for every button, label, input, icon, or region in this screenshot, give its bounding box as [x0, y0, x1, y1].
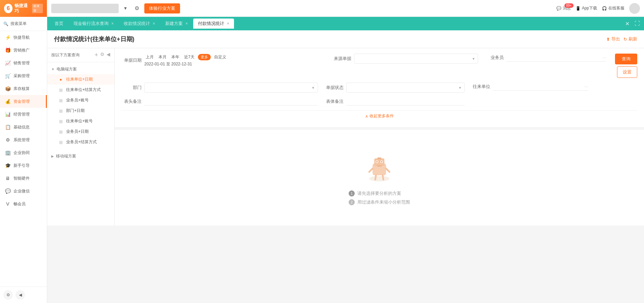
scheme-item-salesman-date[interactable]: ▦ 业务员+日期 [47, 126, 114, 137]
svg-point-0 [369, 176, 389, 181]
tip-text-1: 请先选择要分析的方案 [357, 190, 401, 196]
logo-text-area: 畅捷通巧 [14, 3, 30, 13]
sidebar-item-label: 基础信息 [13, 124, 30, 130]
unit-dots-icon[interactable]: ··· [584, 84, 588, 89]
salesman-date-icon: ▦ [58, 129, 63, 134]
scheme-item-label: 业务员+日期 [66, 129, 89, 134]
scheme-item-unit-settle[interactable]: ▦ 往来单位+结算方式 [47, 85, 114, 95]
address-dropdown-button[interactable]: ▼ [121, 4, 129, 12]
date-label: 单据日期 [121, 57, 142, 63]
sidebar-item-enterprise[interactable]: 🏢 企业协同 [0, 146, 47, 159]
quicknav-icon: ⚡ [5, 34, 11, 40]
body-note-input[interactable] [346, 97, 465, 105]
tab-payment-close[interactable]: × [227, 21, 229, 26]
page-header: 付款情况统计(往来单位+日期) ⬆ 导出 ↻ 刷新 [47, 30, 644, 48]
salesman-dots-icon[interactable]: ··· [603, 55, 606, 60]
date-opt-7days[interactable]: 近7天 [183, 54, 196, 61]
scheme-item-salesman-settle[interactable]: ▦ 业务员+结算方式 [47, 137, 114, 147]
sidebar-item-operation[interactable]: 📊 经营管理 [0, 108, 47, 121]
scheme-item-unit-date[interactable]: ● 往来单位+日期 [47, 74, 114, 85]
scheme-item-salesman-account[interactable]: ▦ 业务员+账号 [47, 95, 114, 105]
scheme-item-unit-account[interactable]: ▦ 往来单位+账号 [47, 116, 114, 126]
logo-icon: 6 [4, 4, 12, 13]
tab-cashflow-close[interactable]: × [111, 21, 114, 26]
tab-receipt-close[interactable]: × [153, 21, 155, 26]
tab-payment[interactable]: 付款情况统计 × [193, 19, 234, 29]
salesman-label: 业务员 [484, 55, 504, 61]
basic-icon: 📋 [5, 124, 11, 130]
user-avatar[interactable] [629, 3, 640, 14]
wechat-icon: 💬 [5, 188, 11, 194]
service-button[interactable]: 🎧 在线客服 [602, 5, 624, 11]
sidebar-item-quicknav[interactable]: ⚡ 快捷导航 [0, 31, 47, 44]
tab-receipt[interactable]: 收款情况统计 × [119, 19, 160, 29]
sidebar-item-marketing[interactable]: 🎁 营销推广 [0, 44, 47, 57]
scheme-item-label: 业务员+结算方式 [66, 139, 97, 145]
tab-cashflow[interactable]: 现金银行流水查询 × [69, 19, 118, 29]
query-button[interactable]: 查询 [615, 54, 637, 64]
sidebar-bottom: ⚙ ◀ [0, 286, 47, 303]
trial-btn[interactable]: 体验行业方案 [144, 3, 180, 13]
scheme-group-mobile-title[interactable]: ▶ 移动端方案 [47, 151, 114, 161]
operation-icon: 📊 [5, 111, 11, 117]
page-title: 付款情况统计(往来单位+日期) [54, 35, 135, 43]
sidebar-item-wechat[interactable]: 💬 企业微信 [0, 185, 47, 198]
scheme-group-desktop: ▼ 电脑端方案 ● 往来单位+日期 ▦ 往来单位+结算方式 [47, 62, 114, 149]
header-note-input[interactable] [144, 97, 318, 105]
sidebar-settings-button[interactable]: ⚙ [3, 290, 13, 300]
sidebar-item-basic[interactable]: 📋 基础信息 [0, 121, 47, 133]
sidebar-item-inventory[interactable]: 📦 库存核算 [0, 82, 47, 95]
tab-newscheme-close[interactable]: × [185, 21, 188, 26]
sidebar-item-finance[interactable]: 💰 资金管理 [0, 95, 47, 108]
sidebar-item-newbie[interactable]: 🎓 新手引导 [0, 159, 47, 172]
tab-newscheme[interactable]: 新建方案 × [160, 19, 193, 29]
tab-maximize-button[interactable]: ⛶ [633, 20, 641, 28]
mobile-group-arrow: ▶ [51, 154, 54, 158]
tab-cashflow-label: 现金银行流水查询 [74, 21, 109, 27]
collapse-more-button[interactable]: ∧ 收起更多条件 [121, 110, 637, 122]
dept-select[interactable]: ▼ [144, 83, 318, 93]
empty-tips: 1 请先选择要分析的方案 2 用过滤条件来缩小分析范围 [349, 190, 410, 205]
date-opt-this-year[interactable]: 本年 [170, 54, 181, 61]
scheme-item-dept-date[interactable]: ▦ 部门+日期 [47, 105, 114, 116]
date-opt-more[interactable]: 更多 [198, 54, 211, 60]
export-button[interactable]: ⬆ 导出 [606, 36, 620, 42]
sidebar-item-hardware[interactable]: 🖥 智能硬件 [0, 172, 47, 185]
sidebar-item-purchase[interactable]: 🛒 采购管理 [0, 69, 47, 82]
address-bar[interactable] [51, 4, 119, 13]
filter-salesman-field: 业务员 ··· [484, 54, 606, 62]
dept-dropdown-arrow: ▼ [312, 86, 315, 90]
scheme-panel-header: 按以下方案查询 + ⚙ ◀ [47, 48, 114, 62]
sidebar-collapse-button[interactable]: ◀ [16, 290, 25, 300]
tab-close-all-button[interactable]: ✕ [623, 20, 631, 28]
settings-button[interactable]: 设置 [617, 66, 637, 78]
filter-dept-field: 部门 ▼ [121, 83, 318, 93]
service-label: 在线客服 [608, 5, 624, 11]
sidebar-item-sales[interactable]: 📈 销售管理 [0, 57, 47, 69]
scheme-add-button[interactable]: + [94, 52, 98, 59]
sidebar-item-system[interactable]: ⚙ 系统管理 [0, 133, 47, 146]
refresh-button[interactable]: ↻ 刷新 [623, 36, 637, 42]
mobile-group-label: 移动端方案 [56, 153, 76, 159]
tab-home[interactable]: 首页 [50, 19, 68, 29]
bill-status-select[interactable]: ▼ [346, 83, 465, 93]
scheme-item-label: 往来单位+结算方式 [66, 87, 101, 93]
scheme-group-desktop-title[interactable]: ▼ 电脑端方案 [47, 64, 114, 74]
source-select[interactable]: ▼ [354, 54, 478, 64]
date-opt-this-month[interactable]: 本月 [157, 54, 168, 61]
search-section[interactable]: 🔍 搜索菜单 [0, 17, 47, 31]
scheme-collapse-button[interactable]: ◀ [107, 52, 110, 59]
svg-rect-7 [377, 165, 382, 166]
tip-num-1: 1 [349, 190, 355, 196]
app-download-button[interactable]: 📱 App下载 [576, 5, 597, 11]
date-opt-last-month[interactable]: 上月 [144, 54, 155, 61]
unit-label: 往来单位 [470, 84, 490, 90]
sidebar-item-vip[interactable]: V 畅会员 [0, 198, 47, 210]
unit-date-icon: ● [58, 77, 63, 82]
date-opt-custom[interactable]: 自定义 [213, 54, 228, 61]
search-menu-button[interactable]: 🔍 搜索菜单 [3, 20, 43, 28]
svg-line-10 [375, 175, 376, 180]
settings-gear-button[interactable]: ⚙ [132, 4, 142, 13]
message-button[interactable]: 💬 消息 99+ [556, 5, 571, 11]
scheme-settings-button[interactable]: ⚙ [100, 52, 105, 59]
